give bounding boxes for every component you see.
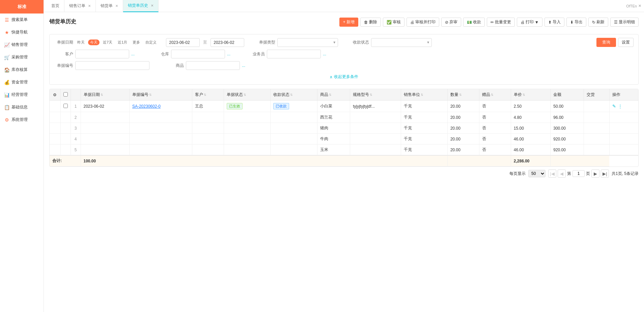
col-check[interactable] [60,89,71,101]
date-btn-more[interactable]: 更多 [131,40,142,45]
customer-input[interactable] [75,50,129,58]
sidebar-item-search-menu[interactable]: ☰ 搜索菜单 [0,14,44,26]
col-unit[interactable]: 销售单位⇅ [401,89,447,101]
tab-sales-order-close[interactable]: ✕ [88,4,91,8]
row-checkbox-1[interactable] [63,104,68,108]
query-button[interactable]: 查询 [596,38,616,47]
row-doc-status-1: 已生效 [224,101,271,112]
select-all-checkbox[interactable] [63,92,68,97]
page-next-btn[interactable]: ▶ [591,170,599,178]
row-check-3[interactable] [60,123,71,134]
sidebar-item-inventory[interactable]: 🏠 库存核算 [0,63,44,76]
table-scroll[interactable]: ⚙ 单据日期⇅ 单据编号⇅ 客户⇅ 单据状态⇅ 收款状态⇅ 商品⇅ 规格型号⇅ … [50,89,638,166]
tab-sales-history-close[interactable]: ✕ [151,4,153,7]
row-check-2[interactable] [60,112,71,123]
col-doc-no[interactable]: 单据编号⇅ [129,89,192,101]
new-button[interactable]: + 新增 [339,18,358,27]
table-header-row: ⚙ 单据日期⇅ 单据编号⇅ 客户⇅ 单据状态⇅ 收款状态⇅ 商品⇅ 规格型号⇅ … [50,89,638,101]
warehouse-ellipsis[interactable]: ... [227,52,230,56]
tab-sales-goods[interactable]: 销货单 ✕ [96,0,123,12]
row-check-5[interactable] [60,145,71,156]
sidebar-item-system-mgmt[interactable]: ⚙ 系统管理 [0,113,44,126]
filter-row-2: 客户 ... 仓库 ... 业务员 ... [54,50,634,58]
export-button[interactable]: ⬇ 导出 [566,18,586,27]
customer-ellipsis[interactable]: ... [131,52,135,56]
col-doc-date[interactable]: 单据日期⇅ [81,89,129,101]
row-check-4[interactable] [60,134,71,145]
delete-button[interactable]: 🗑 删除 [360,18,381,27]
sidebar-item-label: 经营管理 [11,92,28,98]
review-print-button[interactable]: 🖨 审核并打印 [407,18,439,27]
filter-payment-status: 收款状态 ▼ [350,38,432,47]
print-button[interactable]: 🖨 打印 ▼ [517,18,542,27]
tab-sales-goods-close[interactable]: ✕ [115,4,118,8]
review-button[interactable]: ✅ 审核 [383,18,404,27]
sort-icon-docno: ⇅ [149,93,152,97]
tab-sales-order[interactable]: 销售订单 ✕ [64,0,96,12]
table-row: 4 牛肉 千克 20.00 否 46.00 920. [50,134,638,145]
payment-status-select[interactable] [371,38,432,47]
page-first-btn[interactable]: |◀ [548,170,556,178]
print-label: 打印 [526,19,534,25]
tab-sales-history[interactable]: 销货单历史 ✕ [123,0,159,12]
sidebar-item-quick-nav[interactable]: ★ 快捷导航 [0,26,44,38]
doc-type-select[interactable] [277,38,338,47]
col-spec[interactable]: 规格型号⇅ [350,89,401,101]
sidebar-item-operations-mgmt[interactable]: 📊 经营管理 [0,88,44,101]
abandon-button[interactable]: ⊘ 弃审 [441,18,461,27]
date-btn-custom[interactable]: 自定义 [143,40,159,45]
payment-status-select-wrap: ▼ [371,38,432,47]
edit-icon-1[interactable]: ✎ [612,104,616,109]
warehouse-input[interactable] [171,50,225,58]
date-btn-7days[interactable]: 近7天 [101,40,114,45]
sidebar-item-finance-mgmt[interactable]: 💰 资金管理 [0,76,44,88]
col-payment-status[interactable]: 收款状态⇅ [271,89,317,101]
collapse-button[interactable]: ∧ 收起更多条件 [54,73,634,81]
page-input[interactable] [572,170,585,177]
row-amount-3: 300.00 [551,123,584,134]
goods-input[interactable] [186,61,240,70]
filter-staff: 业务员 ... [246,50,326,58]
col-goods[interactable]: 商品⇅ [317,89,350,101]
row-gift-4: 否 [479,134,511,145]
staff-input[interactable] [267,50,321,58]
batch-change-button[interactable]: ✏ 批量变更 [487,18,515,27]
date-btn-today[interactable]: 今天 [88,40,100,45]
date-btn-1month[interactable]: 近1月 [116,40,129,45]
page-last-btn[interactable]: ▶| [601,170,609,178]
page-suffix: 页 [586,171,590,177]
date-btn-yesterday[interactable]: 昨天 [75,40,87,45]
row-doc-no-1[interactable]: SA-20230602-0 [129,101,192,112]
col-settings[interactable]: ⚙ [50,89,60,101]
col-doc-status[interactable]: 单据状态⇅ [224,89,271,101]
refresh-label: 刷新 [596,19,605,25]
col-qty[interactable]: 数量⇅ [447,89,479,101]
col-customer[interactable]: 客户⇅ [192,89,224,101]
tab-home[interactable]: 首页 [47,0,64,12]
col-gift[interactable]: 赠品⇅ [479,89,511,101]
date-from-input[interactable] [166,38,200,47]
row-settings-4 [50,134,60,145]
import-button[interactable]: ⬆ 导入 [544,18,564,27]
settings-button[interactable]: 设置 [618,38,634,47]
show-detail-button[interactable]: ☰ 显示明细 [610,18,639,27]
refresh-button[interactable]: ↻ 刷新 [588,18,608,27]
more-icon-1[interactable]: ⋮ [618,104,622,109]
per-page-select[interactable]: 50 100 [528,170,545,177]
sort-icon-spec: ⇅ [370,93,372,97]
doc-no-input[interactable] [75,61,149,70]
row-gift-2: 否 [479,112,511,123]
sidebar-item-sales-mgmt[interactable]: 📈 销售管理 [0,38,44,51]
row-check[interactable] [60,101,71,112]
sidebar-item-purchase-mgmt[interactable]: 🛒 采购管理 [0,51,44,63]
window-close-btn[interactable]: ✕ [638,4,641,8]
date-to-input[interactable] [211,38,244,47]
col-price[interactable]: 单价⇅ [511,89,550,101]
staff-ellipsis[interactable]: ... [323,52,326,56]
goods-ellipsis[interactable]: ... [242,63,245,68]
page-prev-btn[interactable]: ◀ [558,170,566,178]
collect-button[interactable]: 💵 收款 [463,18,485,27]
sidebar-item-basic-info[interactable]: 📋 基础信息 [0,101,44,113]
row-settings [50,101,60,112]
doc-no-link-1[interactable]: SA-20230602-0 [132,104,161,109]
